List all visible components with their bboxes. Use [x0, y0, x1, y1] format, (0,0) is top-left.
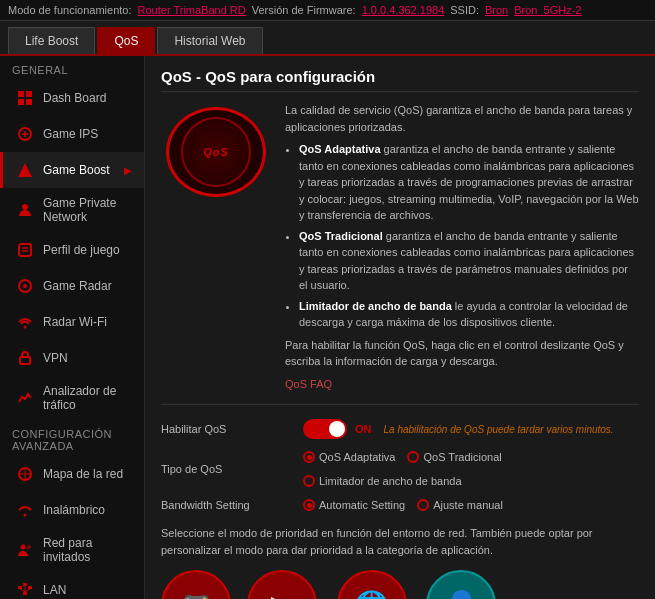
- ssid1-link[interactable]: Bron: [485, 4, 508, 16]
- web-icon: 🌐: [354, 589, 389, 600]
- bullet-bold-tradicional: QoS Tradicional: [299, 230, 383, 242]
- type-label: Tipo de QoS: [161, 463, 291, 475]
- svg-point-19: [27, 545, 31, 549]
- streaming-icon-circle: ▶: [247, 570, 317, 599]
- setting-row-type: Tipo de QoS QoS Adaptativa QoS Tradicion…: [161, 445, 639, 493]
- priority-grid: 🎮 Juegos ▶ Streaming multimedia 🌐 Navega…: [161, 570, 639, 599]
- sidebar-item-gameips[interactable]: Game IPS: [0, 116, 144, 152]
- bullet-item-limitador: Limitador de ancho de banda le ayuda a c…: [299, 298, 639, 331]
- sidebar-item-inalambrico[interactable]: Inalámbrico: [0, 492, 144, 528]
- firmware-label: Versión de Firmware:: [252, 4, 356, 16]
- radio-limitador[interactable]: Limitador de ancho de banda: [303, 475, 462, 487]
- sidebar-item-analizador[interactable]: Analizador de tráfico: [0, 376, 144, 420]
- radio-dot-limitador: [303, 475, 315, 487]
- radio-manual[interactable]: Ajuste manual: [417, 499, 503, 511]
- svg-rect-1: [26, 91, 32, 97]
- sidebar-item-gameprivate-label: Game Private Network: [43, 196, 132, 224]
- priority-item-web[interactable]: 🌐 Navegación por la Web: [333, 570, 410, 599]
- bullet-list: QoS Adaptativa garantiza el ancho de ban…: [299, 141, 639, 331]
- radio-dot-tradicional: [407, 451, 419, 463]
- setting-row-enable: Habilitar QoS ON La habilitación de QoS …: [161, 413, 639, 445]
- qos-faq-link[interactable]: QoS FAQ: [285, 378, 332, 390]
- enable-control: ON La habilitación de QoS puede tardar v…: [303, 419, 614, 439]
- sidebar-item-gameboost[interactable]: Game Boost ▶: [0, 152, 144, 188]
- svg-rect-20: [18, 586, 22, 589]
- svg-point-18: [21, 545, 26, 550]
- tab-historial[interactable]: Historial Web: [157, 27, 262, 54]
- priority-item-customize[interactable]: 👤 Customize: [426, 570, 496, 599]
- svg-rect-3: [26, 99, 32, 105]
- sidebar-item-inalambrico-label: Inalámbrico: [43, 503, 105, 517]
- bullet-bold-limitador: Limitador de ancho de banda: [299, 300, 452, 312]
- bandwidth-control: Automatic Setting Ajuste manual: [303, 499, 503, 511]
- svg-rect-22: [28, 586, 32, 589]
- svg-rect-21: [23, 583, 27, 586]
- tab-qos[interactable]: QoS: [97, 27, 155, 54]
- dashboard-icon: [15, 88, 35, 108]
- firmware-version-link[interactable]: 1.0.0.4.362.1984: [362, 4, 445, 16]
- juegos-icon: 🎮: [179, 589, 214, 600]
- svg-rect-2: [18, 99, 24, 105]
- qos-circle: QoS: [166, 107, 266, 197]
- radwifi-icon: [15, 312, 35, 332]
- radio-label-tradicional: QoS Tradicional: [423, 451, 501, 463]
- inalambrico-icon: [15, 500, 35, 520]
- bullet-item-adaptativa: QoS Adaptativa garantiza el ancho de ban…: [299, 141, 639, 224]
- qos-circle-inner: QoS: [181, 117, 251, 187]
- svg-rect-23: [23, 592, 27, 595]
- intro-paragraph: La calidad de servicio (QoS) garantiza e…: [285, 102, 639, 135]
- type-control: QoS Adaptativa QoS Tradicional Limitador…: [303, 451, 639, 487]
- lan-icon: [15, 580, 35, 599]
- settings-area: Habilitar QoS ON La habilitación de QoS …: [161, 404, 639, 517]
- sidebar-item-lan-label: LAN: [43, 583, 66, 597]
- sidebar-section-avanzada: Configuración avanzada: [0, 420, 144, 456]
- svg-rect-7: [19, 244, 31, 256]
- sidebar-item-perfil[interactable]: Perfil de juego: [0, 232, 144, 268]
- toggle-knob: [329, 421, 345, 437]
- toggle-note: La habilitación de QoS puede tardar vari…: [384, 424, 614, 435]
- tab-bar: Life Boost QoS Historial Web: [0, 21, 655, 56]
- gameips-icon: [15, 124, 35, 144]
- radio-label-auto: Automatic Setting: [319, 499, 405, 511]
- sidebar-item-lan[interactable]: LAN: [0, 572, 144, 599]
- sidebar-item-gameprivate[interactable]: Game Private Network: [0, 188, 144, 232]
- juegos-icon-circle: 🎮: [161, 570, 231, 599]
- svg-point-6: [22, 204, 28, 210]
- qos-toggle[interactable]: [303, 419, 347, 439]
- priority-item-streaming[interactable]: ▶ Streaming multimedia: [247, 570, 317, 599]
- sidebar-item-perfil-label: Perfil de juego: [43, 243, 120, 257]
- priority-item-juegos[interactable]: 🎮 Juegos: [161, 570, 231, 599]
- content-intro-section: QoS La calidad de servicio (QoS) garanti…: [161, 102, 639, 392]
- router-name-link[interactable]: Router TrimaBand RD: [138, 4, 246, 16]
- sidebar-item-gameradar[interactable]: Game Radar: [0, 268, 144, 304]
- radio-tradicional[interactable]: QoS Tradicional: [407, 451, 501, 463]
- sidebar-item-dashboard-label: Dash Board: [43, 91, 106, 105]
- customize-icon-circle: 👤: [426, 570, 496, 599]
- bullet-bold-adaptativa: QoS Adaptativa: [299, 143, 381, 155]
- sidebar-item-redinvitados[interactable]: Red para invitados: [0, 528, 144, 572]
- bullet-item-tradicional: QoS Tradicional garantiza el ancho de ba…: [299, 228, 639, 294]
- sidebar-item-gameboost-label: Game Boost: [43, 163, 110, 177]
- svg-rect-13: [20, 357, 30, 364]
- main-layout: General Dash Board Game IPS Game Boost ▶: [0, 56, 655, 599]
- router-mode-label: Modo de funcionamiento:: [8, 4, 132, 16]
- gameprivate-icon: [15, 200, 35, 220]
- radio-adaptativa[interactable]: QoS Adaptativa: [303, 451, 395, 463]
- tab-lifeboost[interactable]: Life Boost: [8, 27, 95, 54]
- svg-line-25: [20, 589, 25, 592]
- radio-label-adaptativa: QoS Adaptativa: [319, 451, 395, 463]
- sidebar: General Dash Board Game IPS Game Boost ▶: [0, 56, 145, 599]
- enable-note: Para habilitar la función QoS, haga clic…: [285, 337, 639, 370]
- sidebar-item-dashboard[interactable]: Dash Board: [0, 80, 144, 116]
- svg-point-11: [23, 284, 27, 288]
- sidebar-item-vpn[interactable]: VPN: [0, 340, 144, 376]
- radio-auto[interactable]: Automatic Setting: [303, 499, 405, 511]
- vpn-icon: [15, 348, 35, 368]
- radio-dot-auto: [303, 499, 315, 511]
- sidebar-item-mapa[interactable]: Mapa de la red: [0, 456, 144, 492]
- top-bar: Modo de funcionamiento: Router TrimaBand…: [0, 0, 655, 21]
- sidebar-item-radwifi[interactable]: Radar Wi-Fi: [0, 304, 144, 340]
- ssid2-link[interactable]: Bron_5GHz-2: [514, 4, 581, 16]
- sidebar-item-vpn-label: VPN: [43, 351, 68, 365]
- qos-logo: QoS: [161, 102, 271, 202]
